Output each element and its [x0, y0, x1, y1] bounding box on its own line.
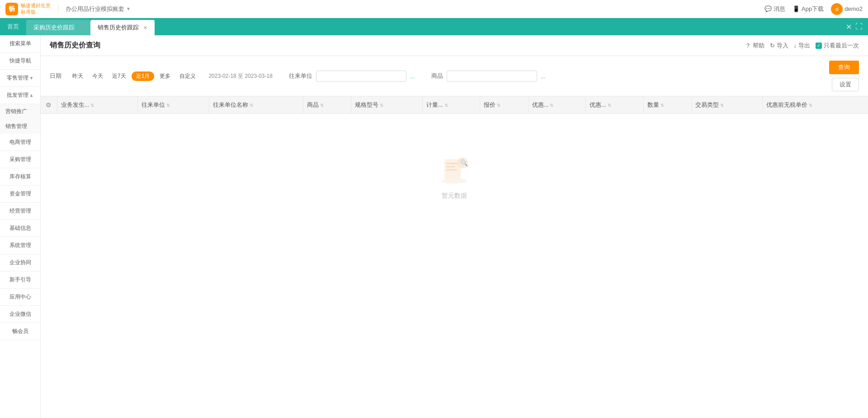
product-filter-group: 商品 ...: [431, 71, 546, 82]
counterpart-filter-group: 往来单位 ...: [289, 71, 415, 82]
tab-purchase-history-label: 采购历史价跟踪: [33, 24, 75, 32]
sidebar-wholesale-mgmt-arrow-icon: ▲: [29, 93, 34, 98]
sidebar-item-finance-mgmt[interactable]: 资金管理: [0, 185, 40, 203]
sidebar-retail-mgmt-arrow-icon: ▼: [29, 76, 34, 81]
date-option-more[interactable]: 更多: [156, 71, 174, 81]
date-filter-label: 日期: [50, 72, 61, 80]
product-filter-dots[interactable]: ...: [541, 73, 546, 80]
table-settings-th[interactable]: ⚙: [41, 96, 57, 114]
sidebar-item-search-menu[interactable]: 搜索菜单: [0, 35, 40, 52]
help-icon: ？: [745, 42, 751, 50]
tab-purchase-history[interactable]: 采购历史价跟踪 ✕: [26, 20, 90, 35]
sidebar-item-system-mgmt[interactable]: 系统管理: [0, 237, 40, 254]
table-col-biz-date[interactable]: 业务发生... ⇅: [57, 96, 138, 114]
sidebar-item-vip-member[interactable]: 畅会员: [0, 323, 40, 340]
svg-rect-4: [446, 169, 457, 171]
table-col-quote[interactable]: 报价 ⇅: [480, 96, 528, 114]
counterpart-filter-label: 往来单位: [289, 72, 312, 80]
table-col-discount1[interactable]: 优惠... ⇅: [528, 96, 586, 114]
table-col-quantity[interactable]: 数量 ⇅: [643, 96, 691, 114]
tab-home-label: 首页: [7, 23, 19, 31]
sidebar-item-purchase-mgmt[interactable]: 采购管理: [0, 151, 40, 168]
date-option-last1m[interactable]: 近1月: [132, 71, 155, 81]
tab-sales-history[interactable]: 销售历史价跟踪 ✕: [90, 20, 155, 35]
export-icon: ↓: [794, 42, 797, 49]
user-area[interactable]: d demo2: [831, 3, 863, 15]
table-col-discount2[interactable]: 优惠... ⇅: [586, 96, 644, 114]
tab-sales-history-label: 销售历史价跟踪: [98, 24, 139, 32]
table-col-counterpart-code[interactable]: 往来单位 ⇅: [138, 96, 209, 114]
table-col-pre-tax-price[interactable]: 优惠前无税单价 ⇅: [763, 96, 868, 114]
logo-text: 畅捷通好生意 标准版: [21, 3, 51, 14]
date-option-custom[interactable]: 自定义: [176, 71, 199, 81]
sidebar-item-beginner-guide[interactable]: 新手引导: [0, 271, 40, 289]
app-download-button[interactable]: 📱 App下载: [793, 5, 824, 13]
sidebar: 搜索菜单 快捷导航 零售管理 ▼ 批发管理 ▲ 营销推广 销售管理 电商管理 采…: [0, 35, 41, 418]
tab-expand-icon[interactable]: ⛶: [855, 23, 863, 31]
sort-icon-counterpart-name: ⇅: [250, 103, 253, 108]
table-col-counterpart-name[interactable]: 往来单位名称 ⇅: [209, 96, 303, 114]
sort-icon-counterpart-code: ⇅: [166, 103, 170, 108]
sidebar-item-quick-nav[interactable]: 快捷导航: [0, 52, 40, 70]
sidebar-item-wholesale-mgmt[interactable]: 批发管理 ▲: [0, 87, 40, 104]
import-icon: ↻: [770, 42, 775, 49]
tab-bar: 首页 采购历史价跟踪 ✕ 销售历史价跟踪 ✕ ✕ ⛶: [0, 18, 868, 35]
sort-icon-discount1: ⇅: [550, 103, 553, 108]
page-title: 销售历史价查询: [50, 41, 100, 50]
svg-rect-3: [446, 166, 455, 167]
app-download-icon: 📱: [793, 5, 800, 12]
date-option-today[interactable]: 今天: [89, 71, 107, 81]
sidebar-item-enterprise-coop[interactable]: 企业协同: [0, 254, 40, 271]
message-button[interactable]: 💬 消息: [764, 5, 785, 13]
sidebar-item-sales-mgmt[interactable]: 销售管理: [0, 119, 40, 134]
main-layout: 搜索菜单 快捷导航 零售管理 ▼ 批发管理 ▲ 营销推广 销售管理 电商管理 采…: [0, 35, 868, 418]
data-table: ⚙ 业务发生... ⇅ 往来单位 ⇅: [41, 96, 868, 114]
empty-state-text: 暂元数据: [442, 192, 467, 200]
sidebar-item-enterprise-wechat[interactable]: 企业微信: [0, 306, 40, 323]
sort-icon-biz-date: ⇅: [90, 103, 94, 108]
table-settings-icon[interactable]: ⚙: [46, 101, 52, 109]
sidebar-item-app-center[interactable]: 应用中心: [0, 289, 40, 306]
sidebar-item-inventory[interactable]: 库存核算: [0, 168, 40, 185]
logo-icon: 畅: [5, 3, 18, 15]
counterpart-filter-input[interactable]: [316, 71, 406, 82]
setting-button[interactable]: 设置: [832, 78, 859, 91]
sidebar-item-marketing[interactable]: 营销推广: [0, 104, 40, 119]
tab-purchase-history-close-icon[interactable]: ✕: [79, 25, 83, 31]
counterpart-filter-dots[interactable]: ...: [410, 73, 415, 80]
sidebar-item-operation-mgmt[interactable]: 经营管理: [0, 203, 40, 220]
query-button[interactable]: 查询: [829, 61, 859, 74]
export-button[interactable]: ↓ 导出: [794, 42, 811, 50]
filter-bar: 日期 昨天 今天 近7天 近1月 更多 自定义 2023-02-18 至 202…: [41, 56, 868, 96]
table-col-product[interactable]: 商品 ⇅: [303, 96, 351, 114]
product-filter-input[interactable]: [447, 71, 537, 82]
sort-icon-unit: ⇅: [444, 103, 448, 108]
empty-state: 🔍 暂元数据: [41, 114, 868, 236]
sort-icon-pre-tax-price: ⇅: [809, 103, 812, 108]
tab-bar-right: ✕ ⛶: [846, 23, 868, 31]
date-option-yesterday[interactable]: 昨天: [69, 71, 87, 81]
date-filter-options: 昨天 今天 近7天 近1月 更多 自定义: [69, 71, 199, 81]
workspace-selector[interactable]: 办公用品行业模拟账套 ▼: [66, 5, 131, 13]
tab-sales-history-close-icon[interactable]: ✕: [143, 25, 147, 31]
only-last-checkbox-area[interactable]: ✓ 只看最后一次: [816, 42, 859, 50]
page-header: 销售历史价查询 ？ 帮助 ↻ 导入 ↓ 导出 ✓ 只看最后一次: [41, 35, 868, 56]
sidebar-item-retail-mgmt[interactable]: 零售管理 ▼: [0, 70, 40, 87]
table-col-trade-type[interactable]: 交易类型 ⇅: [691, 96, 762, 114]
table-col-unit[interactable]: 计量... ⇅: [422, 96, 480, 114]
date-option-last7[interactable]: 近7天: [108, 71, 130, 81]
sidebar-item-basic-info[interactable]: 基础信息: [0, 220, 40, 237]
sidebar-retail-mgmt-label: 零售管理: [7, 74, 28, 82]
message-icon: 💬: [764, 5, 772, 12]
help-button[interactable]: ？ 帮助: [745, 42, 764, 50]
tab-close-all-icon[interactable]: ✕: [846, 23, 852, 31]
sidebar-item-ecommerce-mgmt[interactable]: 电商管理: [0, 134, 40, 151]
product-filter-label: 商品: [431, 72, 443, 80]
only-last-checkbox[interactable]: ✓: [816, 43, 822, 49]
table-col-spec[interactable]: 规格型号 ⇅: [351, 96, 422, 114]
import-button[interactable]: ↻ 导入: [770, 42, 788, 50]
date-range-display: 2023-02-18 至 2023-03-18: [208, 72, 272, 80]
tab-home[interactable]: 首页: [0, 18, 26, 35]
sort-icon-spec: ⇅: [380, 103, 383, 108]
sort-icon-quote: ⇅: [497, 103, 500, 108]
